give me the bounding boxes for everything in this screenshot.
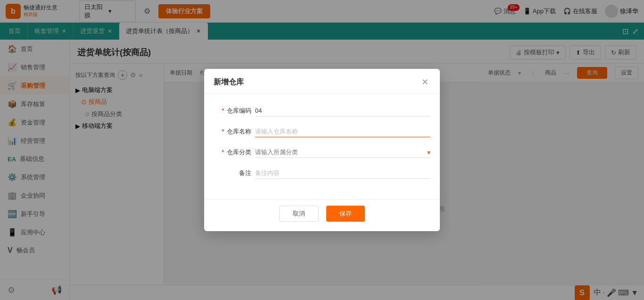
warehouse-name-label: * 仓库名称 — [214, 127, 251, 136]
modal-header: 新增仓库 ✕ — [204, 69, 440, 94]
required-star-category: * — [222, 149, 224, 156]
add-warehouse-modal: 新增仓库 ✕ * 仓库编码 * 仓库名称 — [204, 69, 440, 231]
warehouse-remark-row: 备注 — [214, 167, 430, 179]
modal-close-button[interactable]: ✕ — [419, 76, 430, 88]
category-dropdown-arrow[interactable]: ▾ — [427, 149, 430, 156]
modal-body: * 仓库编码 * 仓库名称 * 仓库分类 — [204, 94, 440, 200]
warehouse-category-input[interactable] — [255, 147, 427, 158]
warehouse-code-row: * 仓库编码 — [214, 105, 430, 117]
warehouse-category-label: * 仓库分类 — [214, 148, 251, 157]
warehouse-name-input[interactable] — [255, 126, 430, 137]
cancel-button[interactable]: 取消 — [279, 206, 319, 222]
warehouse-remark-label: 备注 — [214, 169, 251, 177]
warehouse-code-label: * 仓库编码 — [214, 107, 251, 115]
save-button[interactable]: 保存 — [326, 206, 365, 222]
modal-footer: 取消 保存 — [204, 200, 440, 231]
warehouse-category-select[interactable]: ▾ — [255, 147, 430, 158]
required-star-name: * — [222, 128, 224, 135]
warehouse-remark-input[interactable] — [255, 167, 430, 179]
warehouse-name-row: * 仓库名称 — [214, 126, 430, 137]
required-star-code: * — [222, 107, 224, 114]
warehouse-category-row: * 仓库分类 ▾ — [214, 147, 430, 158]
modal-overlay: 新增仓库 ✕ * 仓库编码 * 仓库名称 — [0, 0, 644, 300]
warehouse-code-input[interactable] — [255, 105, 430, 117]
modal-title: 新增仓库 — [214, 77, 244, 87]
